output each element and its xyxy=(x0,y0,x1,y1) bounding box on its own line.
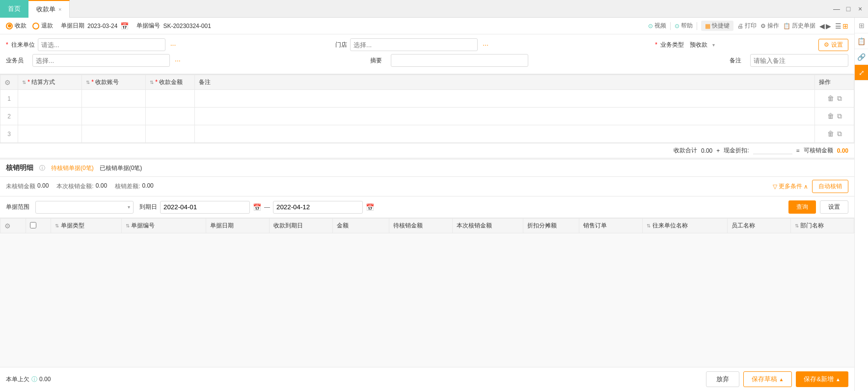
tab-bar: 首页 收款单 × — □ × xyxy=(0,0,868,18)
shortcut-btn[interactable]: ▦ 快捷键 xyxy=(701,21,733,31)
sidebar-link-icon[interactable]: 🔗 xyxy=(855,49,868,65)
row-2-amount[interactable] xyxy=(146,108,195,125)
settle-sort-icon[interactable]: ⇅ xyxy=(22,80,26,85)
bottom-info-icon[interactable]: ⓘ xyxy=(31,375,37,384)
done-tab[interactable]: 已核销单据(0笔) xyxy=(100,164,142,172)
divider-1 xyxy=(670,22,671,30)
row-2-remark[interactable] xyxy=(195,108,815,125)
row-1-account[interactable] xyxy=(82,90,146,108)
shortcut-label: 快捷键 xyxy=(712,22,730,30)
history-icon: 📋 xyxy=(783,23,790,29)
print-btn[interactable]: 🖨 打印 xyxy=(737,22,757,30)
row-3-delete-icon[interactable]: 🗑 xyxy=(827,130,834,138)
operate-btn[interactable]: ⚙ 操作 xyxy=(760,22,779,30)
save-new-button[interactable]: 保存&新增 ▲ xyxy=(796,371,848,387)
row-3-amount[interactable] xyxy=(146,125,195,143)
abandon-button[interactable]: 放弃 xyxy=(706,371,739,387)
wo-partner-sort-icon[interactable]: ⇅ xyxy=(647,223,651,228)
row-3-account[interactable] xyxy=(82,125,146,143)
discount-input[interactable] xyxy=(753,147,792,154)
partner-more-btn[interactable]: ··· xyxy=(170,41,176,49)
row-1-num: 1 xyxy=(0,90,18,108)
date-to-input[interactable] xyxy=(273,201,363,214)
sidebar-table-icon[interactable]: ⊞ xyxy=(855,18,868,33)
query-button[interactable]: 查询 xyxy=(788,200,816,214)
remark-input[interactable] xyxy=(750,54,848,67)
wo-type-sort-icon[interactable]: ⇅ xyxy=(55,223,59,228)
help-btn[interactable]: ⊙ 帮助 xyxy=(675,22,693,30)
business-type-arrow-icon[interactable]: ▾ xyxy=(712,42,715,48)
summary-field: 摘要 xyxy=(370,54,557,67)
col-account-header: ⇅ * 收款账号 xyxy=(82,75,146,90)
row-3-copy-icon[interactable]: ⧉ xyxy=(837,130,842,138)
radio-receive-label: 收款 xyxy=(15,22,27,30)
minimize-button[interactable]: — xyxy=(833,5,841,13)
table-row: 1 🗑 ⧉ xyxy=(0,90,854,108)
table-row: 3 🗑 ⧉ xyxy=(0,125,854,143)
date-from-input[interactable] xyxy=(160,201,250,214)
amount-sort-icon[interactable]: ⇅ xyxy=(150,80,154,85)
staff-input[interactable] xyxy=(32,54,170,67)
writeoff-info-icon[interactable]: ⓘ xyxy=(39,164,45,172)
restore-button[interactable]: □ xyxy=(844,5,852,13)
date-to-cal-icon[interactable]: 📅 xyxy=(366,203,374,211)
sidebar-receipt-icon[interactable]: 📋 xyxy=(855,33,868,49)
bottom-stat: 本单上欠 ⓘ 0.00 xyxy=(6,375,51,384)
more-conditions-btn[interactable]: ▽ 更多条件 ∧ xyxy=(773,182,808,191)
auto-writeoff-button[interactable]: 自动核销 xyxy=(812,180,848,193)
bottom-stat-label: 本单上欠 xyxy=(6,375,29,384)
history-btn[interactable]: 📋 历史单据 xyxy=(783,22,815,30)
date-range-field: 到期日 📅 — 📅 xyxy=(139,201,374,214)
date-from-cal-icon[interactable]: 📅 xyxy=(253,203,261,211)
close-button[interactable]: × xyxy=(856,5,864,13)
row-3-num: 3 xyxy=(0,125,18,143)
table-gear-icon[interactable]: ⚙ xyxy=(4,79,11,86)
store-input[interactable] xyxy=(350,38,478,51)
wo-col-partner-header: ⇅ 往来单位名称 xyxy=(643,219,727,233)
row-1-remark[interactable] xyxy=(195,90,815,108)
row-1-delete-icon[interactable]: 🗑 xyxy=(827,94,834,103)
print-label: 打印 xyxy=(745,22,757,30)
setting-button[interactable]: ⚙ 设置 xyxy=(818,39,848,51)
save-new-label: 保存&新增 xyxy=(804,375,834,384)
summary-input[interactable] xyxy=(391,54,528,67)
nav-left-icon[interactable]: ◀ xyxy=(819,22,825,30)
video-btn[interactable]: ⊙ 视频 xyxy=(648,22,666,30)
row-2-settle[interactable] xyxy=(18,108,82,125)
account-sort-icon[interactable]: ⇅ xyxy=(86,80,90,85)
tab-home[interactable]: 首页 xyxy=(0,0,28,18)
row-1-settle[interactable] xyxy=(18,90,82,108)
row-1-copy-icon[interactable]: ⧉ xyxy=(837,94,842,103)
save-draft-arrow-icon: ▲ xyxy=(779,377,784,382)
wo-dept-sort-icon[interactable]: ⇅ xyxy=(795,223,799,228)
row-1-amount[interactable] xyxy=(146,90,195,108)
row-2-delete-icon[interactable]: 🗑 xyxy=(827,112,834,120)
col-settle-header: ⇅ * 结算方式 xyxy=(18,75,82,90)
sidebar-expand-icon[interactable]: ⤢ xyxy=(855,65,868,81)
writeoff-setting-button[interactable]: 设置 xyxy=(820,200,848,214)
row-2-copy-icon[interactable]: ⧉ xyxy=(837,112,842,120)
partner-input[interactable] xyxy=(38,38,165,51)
radio-refund[interactable]: 退款 xyxy=(32,22,53,30)
nav-right-icon[interactable]: ▶ xyxy=(826,22,831,30)
radio-receive[interactable]: 收款 xyxy=(6,22,27,30)
staff-more-btn[interactable]: ··· xyxy=(175,56,181,64)
tab-current[interactable]: 收款单 × xyxy=(28,0,70,18)
layout-grid-icon[interactable]: ⊞ xyxy=(842,22,848,30)
radio-receive-dot xyxy=(6,23,13,29)
store-more-btn[interactable]: ··· xyxy=(483,41,488,49)
wo-select-all-checkbox[interactable] xyxy=(30,222,36,228)
form-row-2: 业务员 ··· 摘要 备注 xyxy=(6,54,848,67)
wo-num-sort-icon[interactable]: ⇅ xyxy=(126,223,130,228)
row-3-settle[interactable] xyxy=(18,125,82,143)
save-draft-button[interactable]: 保存草稿 ▲ xyxy=(743,371,792,387)
calendar-icon[interactable]: 📅 xyxy=(120,22,129,30)
doc-range-select[interactable]: ▾ xyxy=(35,201,134,214)
pending-tab[interactable]: 待核销单据(0笔) xyxy=(51,164,94,172)
tab-close-icon[interactable]: × xyxy=(58,6,61,12)
wo-gear-icon[interactable]: ⚙ xyxy=(4,222,11,230)
row-3-remark[interactable] xyxy=(195,125,815,143)
row-2-account[interactable] xyxy=(82,108,146,125)
save-new-arrow-icon: ▲ xyxy=(836,377,841,382)
layout-list-icon[interactable]: ☰ xyxy=(835,22,841,30)
